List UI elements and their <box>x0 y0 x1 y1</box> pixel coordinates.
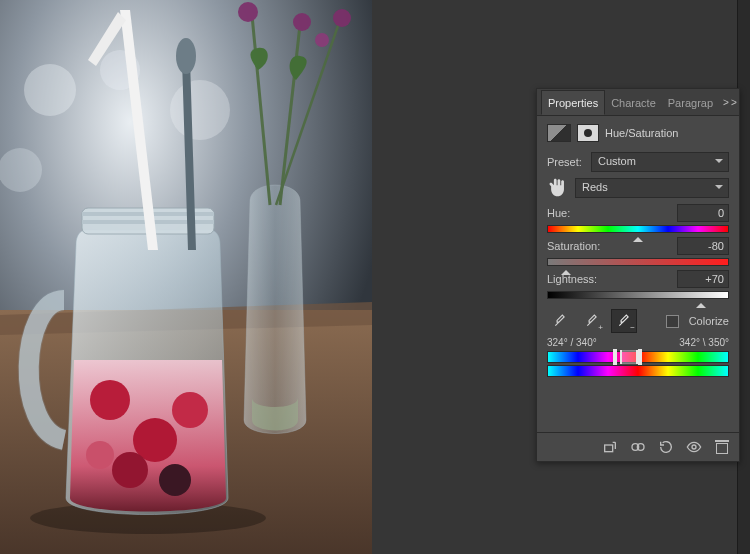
svg-point-11 <box>333 9 351 27</box>
spectrum-top[interactable] <box>547 351 729 363</box>
properties-panel: Properties Characte Paragrap >> Hue/Satu… <box>536 88 740 462</box>
canvas-image <box>0 0 372 554</box>
hue-label: Hue: <box>547 207 585 219</box>
hue-saturation-icon <box>547 124 571 142</box>
svg-point-19 <box>172 392 208 428</box>
saturation-track[interactable] <box>547 258 729 266</box>
adjustment-title: Hue/Saturation <box>605 127 678 139</box>
svg-point-20 <box>112 452 148 488</box>
panel-footer <box>537 432 739 461</box>
eyedropper-set[interactable] <box>547 309 573 333</box>
view-previous-icon[interactable] <box>629 439 647 455</box>
svg-point-4 <box>0 148 42 192</box>
degree-left: 324° / 340° <box>547 337 597 348</box>
range-core[interactable] <box>620 350 638 364</box>
hue-knob[interactable] <box>633 232 643 242</box>
svg-rect-24 <box>605 445 613 452</box>
hue-value[interactable]: 0 <box>677 204 729 222</box>
preset-label: Preset: <box>547 156 585 168</box>
tab-properties[interactable]: Properties <box>541 90 605 115</box>
svg-point-27 <box>692 445 696 449</box>
channel-row: Reds <box>547 178 729 198</box>
svg-point-9 <box>238 2 258 22</box>
delete-icon[interactable] <box>713 439 731 455</box>
svg-point-21 <box>159 464 191 496</box>
lightness-label: Lightness: <box>547 273 597 285</box>
panel-body: Hue/Saturation Preset: Custom Reds Hue: … <box>537 116 739 383</box>
svg-point-22 <box>86 441 114 469</box>
svg-point-12 <box>315 33 329 47</box>
tab-paragraph[interactable]: Paragrap <box>662 91 719 114</box>
hue-slider: Hue: 0 <box>547 204 729 233</box>
targeted-adjust-icon[interactable] <box>547 179 569 197</box>
colorize-label: Colorize <box>689 315 729 327</box>
trash-icon <box>715 440 729 454</box>
visibility-icon[interactable] <box>685 439 703 455</box>
saturation-label: Saturation: <box>547 240 600 252</box>
preset-select[interactable]: Custom <box>591 152 729 172</box>
preset-row: Preset: Custom <box>547 152 729 172</box>
degree-right: 342° \ 350° <box>679 337 729 348</box>
spectrum-group <box>547 351 729 377</box>
adjustment-header: Hue/Saturation <box>547 124 729 142</box>
range-falloff-right[interactable] <box>638 349 642 365</box>
reset-icon[interactable] <box>657 439 675 455</box>
svg-point-1 <box>24 64 76 116</box>
spectrum-bottom <box>547 365 729 377</box>
svg-point-17 <box>90 380 130 420</box>
jar-drink-image <box>0 0 372 554</box>
saturation-value[interactable]: -80 <box>677 237 729 255</box>
lightness-track[interactable] <box>547 291 729 299</box>
tab-overflow-button[interactable]: >> <box>719 95 743 110</box>
svg-point-10 <box>293 13 311 31</box>
svg-point-3 <box>170 80 230 140</box>
eyedropper-row: + − Colorize <box>547 309 729 333</box>
degree-readout: 324° / 340° 342° \ 350° <box>547 337 729 348</box>
clip-to-layer-icon[interactable] <box>601 439 619 455</box>
lightness-slider: Lightness: +70 <box>547 270 729 299</box>
colorize-checkbox[interactable] <box>666 315 679 328</box>
layer-mask-icon[interactable] <box>577 124 599 142</box>
lightness-knob[interactable] <box>696 298 706 308</box>
eyedropper-add[interactable]: + <box>579 309 605 333</box>
hue-track[interactable] <box>547 225 729 233</box>
panel-tab-bar: Properties Characte Paragrap >> <box>537 89 739 116</box>
lightness-value[interactable]: +70 <box>677 270 729 288</box>
eyedropper-subtract[interactable]: − <box>611 309 637 333</box>
range-falloff-left[interactable] <box>613 349 617 365</box>
svg-point-23 <box>176 38 196 74</box>
tab-character[interactable]: Characte <box>605 91 662 114</box>
channel-select[interactable]: Reds <box>575 178 729 198</box>
saturation-knob[interactable] <box>561 265 571 275</box>
